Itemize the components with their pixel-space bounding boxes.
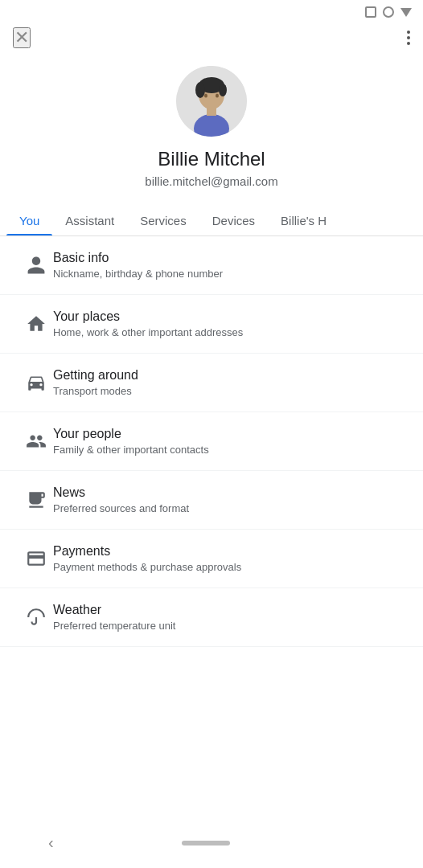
payments-title: Payments [53, 544, 404, 559]
payments-text: Payments Payment methods & purchase appr… [53, 544, 404, 573]
profile-section: Billie Mitchel billie.mitchel@gmail.com [0, 58, 423, 204]
basic-info-text: Basic info Nickname, birthday & phone nu… [53, 251, 404, 280]
signal-icon [383, 6, 394, 18]
payments-desc: Payment methods & purchase approvals [53, 561, 404, 573]
weather-title: Weather [53, 603, 404, 617]
news-text: News Preferred sources and format [53, 485, 404, 514]
news-title: News [53, 485, 404, 500]
payment-icon [19, 548, 53, 569]
svg-point-4 [219, 84, 227, 96]
basic-info-desc: Nickname, birthday & phone number [53, 268, 404, 280]
more-dot-2 [407, 36, 410, 39]
list-item-your-places[interactable]: Your places Home, work & other important… [0, 295, 423, 354]
top-bar: ✕ [0, 21, 423, 58]
user-name: Billie Mitchel [158, 148, 265, 170]
svg-point-8 [216, 94, 219, 98]
list-item-your-people[interactable]: Your people Family & other important con… [0, 412, 423, 471]
tab-devices[interactable]: Devices [199, 204, 268, 235]
close-button[interactable]: ✕ [13, 27, 31, 48]
tab-you[interactable]: You [6, 204, 52, 235]
tab-billies-h[interactable]: Billie's H [268, 204, 339, 235]
list-item-weather[interactable]: Weather Preferred temperature unit [0, 588, 423, 647]
settings-list: Basic info Nickname, birthday & phone nu… [0, 236, 423, 647]
more-button[interactable] [407, 31, 410, 45]
back-arrow[interactable]: ‹ [48, 833, 54, 852]
getting-around-desc: Transport modes [53, 385, 404, 397]
nav-pill [182, 841, 230, 845]
battery-icon [365, 6, 376, 18]
car-icon [19, 372, 53, 393]
people-icon [19, 431, 53, 452]
your-people-text: Your people Family & other important con… [53, 427, 404, 456]
person-icon [19, 255, 53, 276]
avatar [176, 66, 247, 137]
list-item-basic-info[interactable]: Basic info Nickname, birthday & phone nu… [0, 236, 423, 295]
weather-desc: Preferred temperature unit [53, 620, 404, 632]
list-item-payments[interactable]: Payments Payment methods & purchase appr… [0, 530, 423, 588]
tabs-bar: You Assistant Services Devices Billie's … [0, 204, 423, 236]
your-places-desc: Home, work & other important addresses [53, 326, 404, 338]
status-bar [0, 0, 423, 21]
tab-services[interactable]: Services [127, 204, 199, 235]
your-places-text: Your places Home, work & other important… [53, 309, 404, 338]
user-email: billie.mitchel@gmail.com [145, 174, 277, 188]
getting-around-title: Getting around [53, 368, 404, 383]
weather-icon [19, 607, 53, 628]
bottom-nav: ‹ [0, 821, 423, 868]
more-dot-1 [407, 31, 410, 34]
wifi-icon [400, 8, 412, 17]
home-icon [19, 313, 53, 334]
getting-around-text: Getting around Transport modes [53, 368, 404, 397]
tab-assistant[interactable]: Assistant [52, 204, 127, 235]
list-item-getting-around[interactable]: Getting around Transport modes [0, 354, 423, 412]
your-places-title: Your places [53, 309, 404, 324]
basic-info-title: Basic info [53, 251, 404, 265]
weather-text: Weather Preferred temperature unit [53, 603, 404, 632]
svg-point-3 [195, 82, 205, 98]
svg-point-7 [204, 94, 207, 98]
list-item-news[interactable]: News Preferred sources and format [0, 471, 423, 530]
your-people-title: Your people [53, 427, 404, 441]
more-dot-3 [407, 42, 410, 45]
news-desc: Preferred sources and format [53, 502, 404, 514]
news-icon [19, 489, 53, 510]
your-people-desc: Family & other important contacts [53, 444, 404, 456]
svg-rect-6 [207, 108, 216, 116]
